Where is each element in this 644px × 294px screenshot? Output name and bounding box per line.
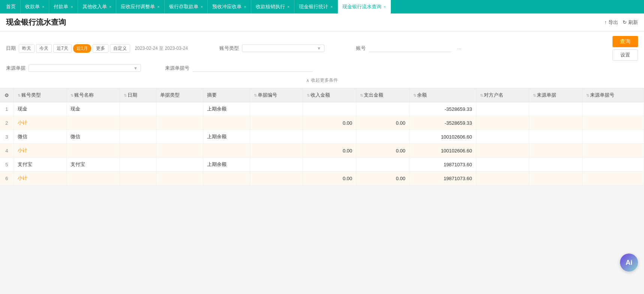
row-number: 5: [0, 158, 14, 172]
summary-cell: 上期余额: [203, 130, 250, 144]
nav-tab-other-income[interactable]: 其他收入单 ×: [78, 0, 116, 13]
col-expense: ⇅支出金额: [356, 88, 409, 102]
date-btn-7days[interactable]: 近7天: [53, 44, 72, 53]
account-input[interactable]: [369, 45, 451, 52]
summary-cell: [203, 172, 250, 185]
col-source-doc-no: ⇅来源单据号: [582, 88, 644, 102]
close-icon[interactable]: ×: [157, 4, 159, 9]
col-doc-type: 单据类型: [156, 88, 203, 102]
counterpart-cell: [476, 102, 529, 116]
nav-tab-writeoff-label: 收款核销执行: [256, 3, 285, 10]
close-icon[interactable]: ×: [42, 4, 44, 9]
account-name-cell: 支付宝: [67, 158, 120, 172]
account-type-select[interactable]: ▼: [242, 45, 324, 52]
source-doc-label: 来源单据: [6, 65, 26, 72]
balance-cell: 100102606.60: [409, 130, 476, 144]
close-icon[interactable]: ×: [384, 4, 386, 9]
date-btn-1month[interactable]: 近1月: [73, 44, 92, 53]
account-type-cell: 小计: [14, 116, 67, 130]
col-account-type: ⇅账号类型: [14, 88, 67, 102]
nav-tab-cash-stats[interactable]: 现金银行统计 ×: [294, 0, 338, 13]
row-number: 6: [0, 172, 14, 185]
nav-tab-cash-stats-label: 现金银行统计: [299, 3, 328, 10]
close-icon[interactable]: ×: [330, 4, 333, 9]
nav-tab-home[interactable]: 首页: [2, 0, 21, 13]
export-button[interactable]: ↑ 导出: [605, 19, 618, 26]
settings-button[interactable]: 设置: [612, 49, 638, 61]
date-options: 昨天 今天 近7天 近1月 更多 自定义: [19, 44, 130, 53]
expense-cell: [356, 130, 409, 144]
account-type-cell: 现金: [14, 102, 67, 116]
source-doc-select[interactable]: ▼: [29, 64, 141, 72]
doc-no-cell: [250, 172, 303, 185]
close-icon[interactable]: ×: [109, 4, 111, 9]
date-btn-yesterday[interactable]: 昨天: [19, 44, 35, 53]
doc-type-cell: [156, 116, 203, 130]
col-date: ⇅日期: [120, 88, 156, 102]
account-type-cell: 微信: [14, 130, 67, 144]
summary-cell: 上期余额: [203, 158, 250, 172]
account-ellipsis-icon[interactable]: ···: [457, 46, 461, 51]
nav-tab-bank-deposit[interactable]: 银行存取款单 ×: [165, 0, 208, 13]
date-cell: [120, 172, 156, 185]
table-row: 2小计0.000.00-3528659.33: [0, 116, 644, 130]
row-number: 4: [0, 144, 14, 158]
table-row: 6小计0.000.0019871073.60: [0, 172, 644, 185]
balance-cell: 19871073.60: [409, 172, 476, 185]
query-button[interactable]: 查询: [612, 36, 638, 47]
account-type-cell: 小计: [14, 172, 67, 185]
income-cell: 0.00: [303, 172, 356, 185]
row-number: 1: [0, 102, 14, 116]
collapse-bar[interactable]: ∧ 收起更多条件: [6, 76, 638, 85]
account-name-cell: 现金: [67, 102, 120, 116]
col-source-doc: ⇅来源单据: [529, 88, 582, 102]
account-type-cell: 小计: [14, 144, 67, 158]
nav-tab-cash-flow[interactable]: 现金银行流水查询 ×: [338, 0, 391, 13]
date-btn-custom[interactable]: 自定义: [110, 44, 130, 53]
balance-cell: -3528659.33: [409, 116, 476, 130]
source-doc-no-input[interactable]: [192, 64, 312, 72]
source-doc-cell: [529, 144, 582, 158]
col-account-name: ⇅账号名称: [67, 88, 120, 102]
income-cell: [303, 158, 356, 172]
date-cell: [120, 102, 156, 116]
nav-tab-adjustment[interactable]: 应收应付调整单 ×: [116, 0, 164, 13]
close-icon[interactable]: ×: [71, 4, 73, 9]
top-nav: 首页 收款单 × 付款单 × 其他收入单 × 应收应付调整单 × 银行存取款单 …: [0, 0, 644, 13]
date-btn-more[interactable]: 更多: [93, 44, 108, 53]
close-icon[interactable]: ×: [201, 4, 203, 9]
nav-tab-advance-label: 预收冲应收单: [212, 3, 242, 10]
table-header-row: ⚙ ⇅账号类型 ⇅账号名称 ⇅日期 单据类型 摘要 ⇅单据编号 ⇅收入金额 ⇅支…: [0, 88, 644, 102]
nav-tab-writeoff[interactable]: 收款核销执行 ×: [251, 0, 294, 13]
refresh-button[interactable]: ↻ 刷新: [623, 19, 638, 26]
col-counterpart: ⇅对方户名: [476, 88, 529, 102]
doc-no-cell: [250, 130, 303, 144]
summary-cell: [203, 116, 250, 130]
nav-tab-receipt[interactable]: 收款单 ×: [21, 0, 49, 13]
filter-area: 日期 昨天 今天 近7天 近1月 更多 自定义 2023-02-24 至 202…: [0, 31, 644, 88]
export-icon: ↑: [605, 19, 607, 25]
source-doc-no-label: 来源单据号: [165, 65, 189, 72]
account-name-cell: [67, 144, 120, 158]
close-icon[interactable]: ×: [287, 4, 290, 9]
close-icon[interactable]: ×: [244, 4, 246, 9]
source-doc-no-cell: [582, 116, 644, 130]
collapse-label: 收起更多条件: [311, 77, 338, 84]
counterpart-cell: [476, 116, 529, 130]
dropdown-arrow-icon: ▼: [317, 46, 321, 51]
nav-tab-receipt-label: 收款单: [25, 3, 40, 10]
nav-tab-advance[interactable]: 预收冲应收单 ×: [208, 0, 251, 13]
source-doc-cell: [529, 116, 582, 130]
doc-no-cell: [250, 144, 303, 158]
income-cell: [303, 130, 356, 144]
source-doc-filter: 来源单据 ▼: [6, 64, 141, 72]
filter-row-2: 来源单据 ▼ 来源单据号: [6, 64, 638, 72]
col-income: ⇅收入金额: [303, 88, 356, 102]
doc-no-cell: [250, 116, 303, 130]
date-btn-today[interactable]: 今天: [36, 44, 52, 53]
nav-tab-payment[interactable]: 付款单 ×: [49, 0, 78, 13]
refresh-label: 刷新: [628, 19, 638, 26]
page-header: 现金银行流水查询 ↑ 导出 ↻ 刷新: [0, 13, 644, 31]
expense-cell: 0.00: [356, 144, 409, 158]
gear-column-header[interactable]: ⚙: [0, 88, 14, 102]
